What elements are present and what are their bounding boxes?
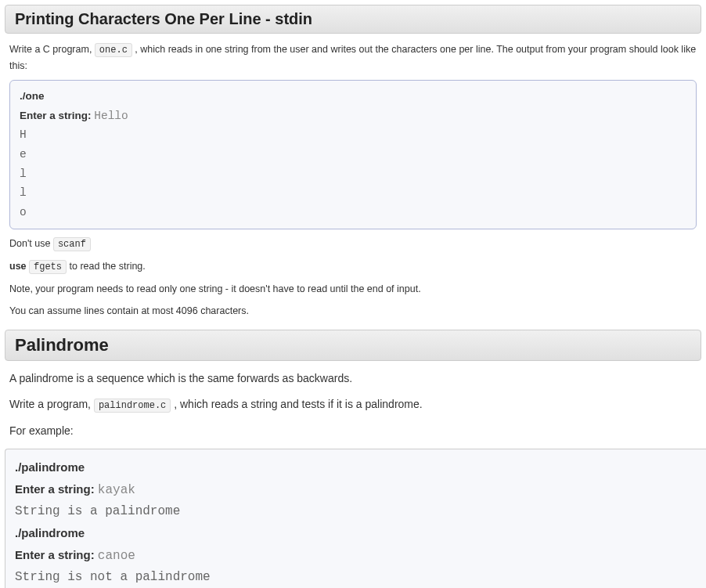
code-output: l	[20, 186, 27, 199]
text: to read the string.	[67, 261, 146, 272]
code-filename-palindrome: palindrome.c	[94, 399, 171, 413]
code-output: String is a palindrome	[15, 504, 180, 518]
code-input: canoe	[98, 549, 135, 563]
code-prompt: Enter a string:	[15, 548, 98, 561]
text-bold: use	[9, 261, 29, 272]
note-one-string: Note, your program needs to read only on…	[9, 281, 697, 297]
example-label: For example:	[9, 421, 697, 441]
code-prompt: Enter a string:	[15, 482, 98, 496]
intro-paragraph-1: Write a C program, one.c , which reads i…	[9, 41, 697, 74]
code-filename-one: one.c	[95, 43, 132, 57]
code-cmd: ./one	[20, 90, 45, 102]
code-output: e	[20, 148, 27, 161]
section-title-stdin: Printing Characters One Per Line - stdin	[5, 5, 701, 34]
text: , which reads a string and tests if it i…	[171, 398, 422, 410]
text: Write a program,	[9, 398, 94, 410]
text: Don't use	[9, 238, 53, 249]
code-scanf: scanf	[53, 237, 91, 251]
code-prompt: Enter a string:	[20, 110, 94, 121]
section-title-palindrome: Palindrome	[5, 330, 701, 361]
code-output: l	[20, 168, 27, 180]
code-block-one-example: ./one Enter a string: Hello H e l l o	[9, 80, 697, 229]
use-fgets: use fgets to read the string.	[9, 258, 697, 275]
code-cmd: ./palindrome	[15, 460, 85, 474]
note-max-chars: You can assume lines contain at most 409…	[9, 303, 697, 319]
text: Write a C program,	[9, 44, 95, 55]
code-input: kayak	[98, 483, 135, 497]
code-output: String is not a palindrome	[15, 570, 211, 584]
palindrome-intro: Write a program, palindrome.c , which re…	[9, 395, 697, 415]
code-block-palindrome-example: ./palindrome Enter a string: kayak Strin…	[5, 449, 706, 588]
palindrome-def: A palindrome is a sequence which is the …	[9, 369, 697, 388]
code-cmd: ./palindrome	[15, 526, 85, 539]
dont-use-scanf: Don't use scanf	[9, 236, 697, 252]
code-input: Hello	[94, 110, 128, 122]
code-fgets: fgets	[29, 260, 67, 274]
code-output: o	[20, 206, 27, 218]
code-output: H	[20, 128, 27, 141]
